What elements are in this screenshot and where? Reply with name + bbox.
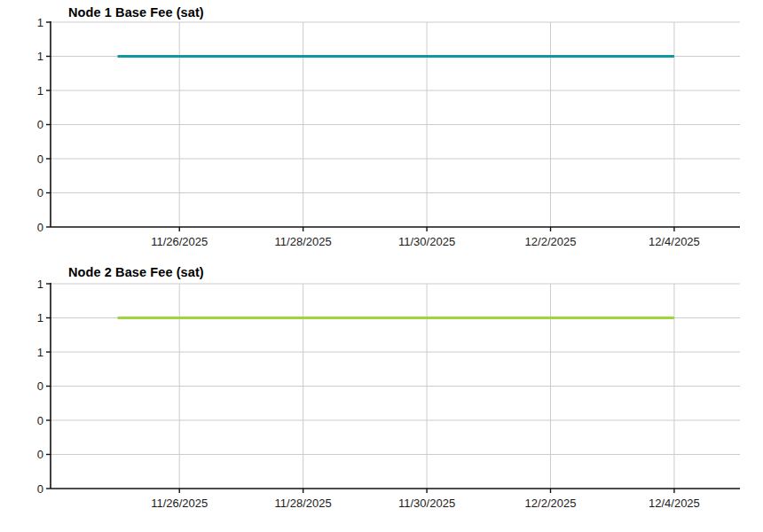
y-axis-tick-label: 0 xyxy=(37,379,43,393)
y-axis-tick-label: 0 xyxy=(37,414,43,427)
y-axis-tick-label: 1 xyxy=(37,278,43,291)
x-axis-tick-label: 11/28/2025 xyxy=(275,497,332,510)
x-axis-tick-label: 12/4/2025 xyxy=(649,235,700,248)
x-axis-tick-label: 12/4/2025 xyxy=(649,497,700,510)
node-2-chart-title: Node 2 Base Fee (sat) xyxy=(68,265,204,279)
y-axis-tick-label: 1 xyxy=(37,84,43,98)
node-1-chart-title: Node 1 Base Fee (sat) xyxy=(68,5,204,20)
x-axis-tick-label: 11/26/2025 xyxy=(151,497,208,510)
y-axis-tick-label: 1 xyxy=(37,16,43,29)
node-1-chart-plot: 11/26/202511/28/202511/30/202512/2/20251… xyxy=(0,0,763,259)
y-axis-tick-label: 0 xyxy=(37,153,43,166)
y-axis-tick-label: 1 xyxy=(37,311,43,325)
x-axis-tick-label: 11/26/2025 xyxy=(151,235,208,248)
x-axis-tick-label: 12/2/2025 xyxy=(525,497,577,510)
y-axis-tick-label: 0 xyxy=(37,118,43,131)
y-axis-tick-label: 0 xyxy=(37,186,43,200)
x-axis-tick-label: 11/30/2025 xyxy=(398,497,455,510)
y-axis-tick-label: 0 xyxy=(37,221,43,234)
node-2-base-fee-chart: Node 2 Base Fee (sat) 11/26/202511/28/20… xyxy=(0,262,763,532)
x-axis-tick-label: 11/28/2025 xyxy=(275,235,332,248)
node-1-base-fee-chart: Node 1 Base Fee (sat) 11/26/202511/28/20… xyxy=(0,0,763,259)
y-axis-tick-label: 0 xyxy=(37,482,43,496)
node-2-chart-plot: 11/26/202511/28/202511/30/202512/2/20251… xyxy=(0,262,763,532)
y-axis-tick-label: 0 xyxy=(37,448,43,461)
y-axis-tick-label: 1 xyxy=(37,50,43,63)
y-axis-tick-label: 1 xyxy=(37,346,43,359)
charts-page: Node 1 Base Fee (sat) 11/26/202511/28/20… xyxy=(0,0,763,532)
x-axis-tick-label: 11/30/2025 xyxy=(398,235,455,248)
x-axis-tick-label: 12/2/2025 xyxy=(525,235,577,248)
